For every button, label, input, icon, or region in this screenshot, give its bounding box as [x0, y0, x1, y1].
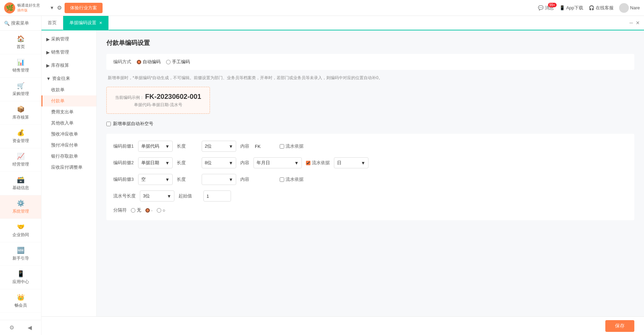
- length-3-select[interactable]: ▼: [202, 174, 236, 185]
- stream-1-checkbox-row[interactable]: 流水依据: [280, 143, 304, 149]
- guide-icon: 🆕: [17, 246, 25, 254]
- separator-row: 分隔符 无 · ○: [113, 207, 627, 213]
- sub-item-other-income[interactable]: 其他收入单: [41, 118, 96, 129]
- stream-1-checkbox[interactable]: [280, 144, 284, 149]
- sub-item-pre-receipt[interactable]: 预收冲应收单: [41, 129, 96, 140]
- code-preview-label: 当前编码示例： FK-20230602-001: [115, 93, 201, 101]
- tab-close-all-btn[interactable]: ✕: [636, 20, 640, 26]
- sidebar-item-operations[interactable]: 📈 经营管理: [0, 148, 41, 172]
- online-service-btn[interactable]: 🎧 在线客服: [589, 5, 614, 11]
- tab-serial-settings[interactable]: 单据编码设置 ✕: [63, 16, 109, 30]
- workspace-dropdown[interactable]: ▼: [48, 5, 54, 10]
- code-preview-sub: 单据代码-单据日期-流水号: [115, 102, 201, 108]
- basic-icon: 🗃️: [17, 176, 25, 184]
- sub-header-sales[interactable]: ▶ 销售管理: [41, 46, 96, 58]
- sub-item-adjustment[interactable]: 应收应付调整单: [41, 162, 96, 173]
- tab-serial-settings-label: 单据编码设置: [69, 20, 96, 26]
- sidebar-search-section: 🔍 搜索菜单: [0, 16, 41, 31]
- search-menu-btn[interactable]: 🔍 搜索菜单: [3, 19, 38, 28]
- stream-1-label: 流水依据: [286, 143, 304, 149]
- sidebar-item-basic[interactable]: 🗃️ 基础信息: [0, 172, 41, 195]
- stream-unit-select[interactable]: 日 ▼: [334, 157, 368, 168]
- sub-item-expense[interactable]: 费用支出单: [41, 106, 96, 118]
- sidebar-item-label: 基础信息: [12, 185, 29, 191]
- app-icon: 📱: [559, 5, 565, 10]
- search-icon: 🔍: [4, 21, 10, 26]
- logo-text: 畅通道好生意: [17, 3, 40, 8]
- auto-code-radio-input[interactable]: [137, 60, 141, 64]
- user-avatar-btn[interactable]: Nare: [619, 3, 640, 13]
- separator-circle-radio[interactable]: ○: [157, 208, 165, 213]
- message-btn[interactable]: 💬 消息 99+: [538, 5, 554, 11]
- stream-3-checkbox[interactable]: [280, 177, 284, 182]
- start-value-input[interactable]: [203, 190, 231, 202]
- experience-btn[interactable]: 体验行业方案: [65, 3, 103, 13]
- stream-2-checkbox-row[interactable]: 流水依据: [306, 160, 330, 166]
- sub-header-funds[interactable]: ▼ 资金往来: [41, 73, 96, 84]
- sidebar-item-label: 系统管理: [12, 208, 29, 214]
- length-1-select[interactable]: 2位 ▼: [202, 141, 236, 152]
- sub-sidebar: ▶ 采购管理 ▶ 销售管理 ▶ 库存核算: [41, 30, 97, 316]
- sidebar-settings-btn[interactable]: ⚙: [9, 324, 14, 331]
- sub-section-purchase: ▶ 采购管理: [41, 33, 96, 45]
- sidebar-item-sales[interactable]: 📊 销售管理: [0, 54, 41, 78]
- sidebar-item-label: 采购管理: [12, 91, 29, 97]
- settings-gear-icon[interactable]: ⚙: [57, 4, 62, 11]
- length-3-label: 长度: [177, 176, 198, 183]
- serial-length-value: 3位: [143, 193, 150, 199]
- sub-item-bank[interactable]: 银行存取款单: [41, 151, 96, 162]
- app-download-label: App下载: [566, 5, 583, 11]
- save-button[interactable]: 保存: [605, 320, 634, 332]
- separator-circle-input[interactable]: [157, 208, 161, 213]
- sidebar-item-inventory[interactable]: 📦 库存核算: [0, 101, 41, 125]
- stream-3-checkbox-row[interactable]: 流水依据: [280, 176, 304, 183]
- code-method-section: 编码方式 自动编码 手工编码: [106, 54, 634, 70]
- prefix-1-select[interactable]: 单据代码 ▼: [138, 141, 173, 152]
- sidebar-item-purchase[interactable]: 🛒 采购管理: [0, 78, 41, 101]
- sub-item-receipt[interactable]: 收款单: [41, 84, 96, 95]
- user-name: Nare: [630, 5, 640, 10]
- sub-header-purchase[interactable]: ▶ 采购管理: [41, 33, 96, 45]
- sidebar-collapse-btn[interactable]: ◀: [28, 324, 32, 331]
- sub-section-sales: ▶ 销售管理: [41, 46, 96, 58]
- sidebar-item-apps[interactable]: 📱 应用中心: [0, 266, 41, 289]
- separator-dot-input[interactable]: [145, 208, 150, 213]
- sidebar-item-enterprise[interactable]: 🤝 企业协同: [0, 219, 41, 242]
- separator-dot-label: ·: [151, 208, 153, 213]
- prefix-2-select[interactable]: 单据日期 ▼: [138, 157, 173, 168]
- prefix-row-1: 编码前缀1 单据代码 ▼ 长度 2位 ▼ 内容 FK: [113, 141, 627, 152]
- tab-minimize-btn[interactable]: ─: [629, 20, 633, 26]
- tab-home-label: 首页: [48, 20, 57, 26]
- chevron-right-icon: ▶: [46, 63, 50, 68]
- separator-none-radio[interactable]: 无: [131, 207, 141, 213]
- serial-length-select[interactable]: 3位 ▼: [140, 190, 174, 202]
- prefix-3-select[interactable]: 空 ▼: [138, 174, 173, 185]
- manual-code-radio-input[interactable]: [166, 60, 171, 64]
- sidebar-item-home[interactable]: 🏠 首页: [0, 31, 41, 54]
- sidebar-item-system[interactable]: ⚙️ 系统管理: [0, 195, 41, 219]
- auto-code-radio[interactable]: 自动编码: [137, 59, 161, 65]
- sidebar-item-label: 畅会员: [15, 303, 27, 308]
- sub-item-pre-payment[interactable]: 预付冲应付单: [41, 140, 96, 151]
- prefix-3-value: 空: [141, 176, 146, 183]
- tab-home[interactable]: 首页: [41, 16, 63, 30]
- dropdown-icon: ▼: [50, 5, 54, 10]
- sidebar-item-member[interactable]: 👑 畅会员: [0, 289, 41, 313]
- auto-fill-checkbox[interactable]: [106, 122, 111, 126]
- stream-2-checkbox[interactable]: [306, 161, 310, 165]
- auto-code-label: 自动编码: [143, 59, 161, 65]
- length-2-select[interactable]: 8位 ▼: [202, 157, 236, 168]
- tab-close-icon[interactable]: ✕: [99, 21, 102, 25]
- separator-dot-radio[interactable]: ·: [145, 208, 153, 213]
- content-2-select[interactable]: 年月日 ▼: [253, 157, 302, 168]
- sidebar-item-finance[interactable]: 💰 资金管理: [0, 125, 41, 148]
- manual-code-radio[interactable]: 手工编码: [166, 59, 190, 65]
- sub-header-inventory[interactable]: ▶ 库存核算: [41, 59, 96, 71]
- app-download-btn[interactable]: 📱 App下载: [559, 5, 583, 11]
- search-menu-label: 搜索菜单: [11, 20, 29, 26]
- start-value-label: 起始值: [179, 193, 199, 199]
- separator-none-input[interactable]: [131, 208, 135, 213]
- stream-2-label: 流水依据: [312, 160, 330, 166]
- sidebar-item-guide[interactable]: 🆕 新手引导: [0, 242, 41, 266]
- sub-item-payment[interactable]: 付款单: [41, 95, 96, 106]
